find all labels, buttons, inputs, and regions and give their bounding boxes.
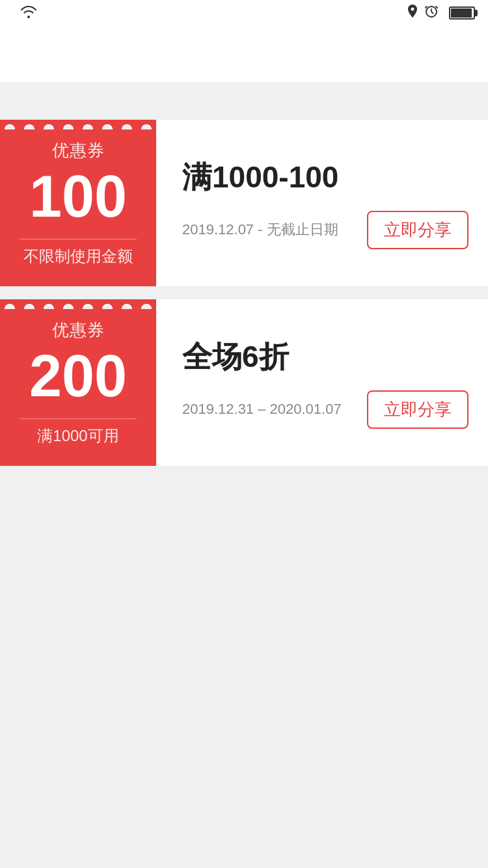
coupon-amount-1: 200: [29, 347, 127, 405]
coupon-card: 优惠券 200 满1000可用 全场6折 2019.12.31 – 2020.0…: [0, 299, 488, 466]
coupon-divider-1: [20, 418, 137, 419]
coupon-list: 优惠券 100 不限制使用金额 满1000-100 2019.12.07 - 无…: [0, 120, 488, 498]
coupon-condition-1: 满1000可用: [37, 426, 118, 446]
coupon-meta-0: 2019.12.07 - 无截止日期 立即分享: [182, 211, 468, 249]
share-button-1[interactable]: 立即分享: [367, 390, 468, 429]
coupon-date-1: 2019.12.31 – 2020.01.07: [182, 401, 360, 418]
alarm-icon: [424, 4, 439, 22]
coupon-label-0: 优惠券: [52, 139, 105, 162]
page-background: [0, 498, 488, 759]
coupon-left-0: 优惠券 100 不限制使用金额: [0, 120, 156, 286]
status-left: [13, 4, 38, 22]
wifi-icon: [20, 4, 38, 22]
battery-icon: [449, 7, 475, 20]
section-header: [0, 83, 488, 120]
coupon-right-0: 满1000-100 2019.12.07 - 无截止日期 立即分享: [156, 120, 488, 286]
nav-bar: [0, 26, 488, 83]
coupon-name-0: 满1000-100: [182, 157, 468, 198]
coupon-name-1: 全场6折: [182, 337, 468, 377]
coupon-date-0: 2019.12.07 - 无截止日期: [182, 220, 360, 239]
location-icon: [406, 4, 419, 22]
coupon-label-1: 优惠券: [52, 319, 105, 342]
share-button-0[interactable]: 立即分享: [367, 211, 468, 249]
coupon-left-1: 优惠券 200 满1000可用: [0, 299, 156, 466]
status-bar: [0, 0, 488, 26]
coupon-meta-1: 2019.12.31 – 2020.01.07 立即分享: [182, 390, 468, 429]
coupon-right-1: 全场6折 2019.12.31 – 2020.01.07 立即分享: [156, 299, 488, 466]
coupon-amount-0: 100: [29, 167, 127, 226]
coupon-card: 优惠券 100 不限制使用金额 满1000-100 2019.12.07 - 无…: [0, 120, 488, 286]
status-right: [406, 4, 475, 22]
coupon-divider-0: [20, 239, 137, 239]
coupon-condition-0: 不限制使用金额: [23, 246, 133, 267]
